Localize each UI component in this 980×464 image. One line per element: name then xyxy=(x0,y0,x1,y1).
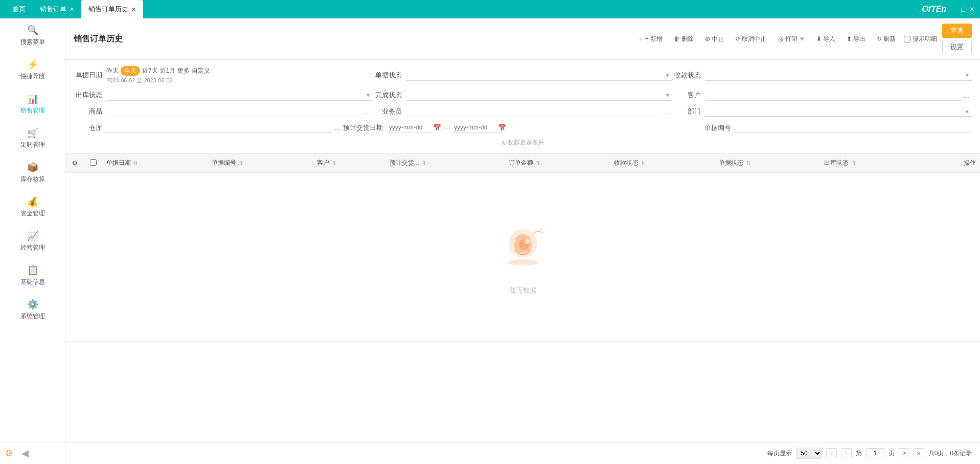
sidebar-label-system: 系统管理 xyxy=(20,312,45,321)
dept-select-wrapper: ▼ xyxy=(705,106,972,117)
purchase-icon: 🛒 xyxy=(27,127,38,139)
sort-amount-icon[interactable]: ⇅ xyxy=(536,160,540,166)
receipt-status-select-wrapper: ▼ xyxy=(705,70,972,81)
toolbar-stop-btn[interactable]: ⊘ 中止 xyxy=(702,33,727,45)
sort-delivery-icon[interactable]: ⇅ xyxy=(422,160,426,166)
date-1month[interactable]: 近1月 xyxy=(160,67,176,75)
print-dropdown-icon[interactable]: ▼ xyxy=(799,35,805,42)
column-settings-icon[interactable]: ⚙ xyxy=(72,160,78,167)
date-7days[interactable]: 近7天 xyxy=(142,67,158,75)
toolbar-cancel-stop-btn[interactable]: ↺ 取消中止 xyxy=(732,33,769,45)
collapse-row[interactable]: ∧ 收起更多条件 xyxy=(74,138,972,147)
toolbar-export-btn[interactable]: ⬆ 导出 xyxy=(844,33,869,45)
sidebar-item-purchase[interactable]: 🛒 采购管理 xyxy=(0,121,65,156)
query-button[interactable]: 查询 xyxy=(942,24,972,38)
set-button[interactable]: 设置 xyxy=(942,40,972,54)
product-input[interactable] xyxy=(106,106,362,117)
sort-customer-icon[interactable]: ⇅ xyxy=(332,160,336,166)
topbar-maximize-icon[interactable]: □ xyxy=(961,6,965,13)
status-select[interactable] xyxy=(406,70,673,80)
next-page-btn[interactable]: > xyxy=(899,448,909,458)
show-detail-checkbox[interactable] xyxy=(904,36,910,42)
close-sales-order-icon[interactable]: ✕ xyxy=(70,6,74,13)
customer-ellipsis-icon[interactable]: … xyxy=(961,92,972,99)
warehouse-input[interactable] xyxy=(106,122,332,133)
date-range-options: 昨天 今天 近7天 近1月 更多 自定义 xyxy=(106,66,210,76)
salesman-ellipsis-icon[interactable]: … xyxy=(662,108,672,116)
sort-outbound-status-icon[interactable]: ⇅ xyxy=(852,160,856,166)
order-no-input[interactable] xyxy=(735,122,972,133)
sort-date-icon[interactable]: ⇅ xyxy=(133,160,138,166)
sidebar-item-base-info[interactable]: 📋 基础信息 xyxy=(0,258,65,293)
complete-select[interactable] xyxy=(406,90,673,100)
topbar-minimize-icon[interactable]: — xyxy=(950,6,957,13)
product-ellipsis-icon[interactable]: … xyxy=(362,108,373,116)
page-word: 第 xyxy=(856,449,862,458)
sidebar-label-inventory: 库存核算 xyxy=(20,175,45,184)
collapse-label: 收起更多条件 xyxy=(508,138,544,147)
topbar-close-icon[interactable]: ✕ xyxy=(969,6,975,13)
sidebar-item-finance[interactable]: 💰 资金管理 xyxy=(0,190,65,224)
toolbar-import-btn[interactable]: ⬇ 导入 xyxy=(813,33,838,45)
import-icon: ⬇ xyxy=(816,35,822,42)
sort-bill-status-icon[interactable]: ⇅ xyxy=(746,160,750,166)
tab-sales-order[interactable]: 销售订单 ✕ xyxy=(33,0,81,18)
salesman-input[interactable] xyxy=(406,106,662,117)
close-history-icon[interactable]: ✕ xyxy=(131,6,136,13)
customer-input[interactable] xyxy=(705,90,961,101)
prev-page-btn[interactable]: < xyxy=(841,448,852,458)
toolbar-delete-btn[interactable]: 🗑 删除 xyxy=(671,33,697,45)
date-more[interactable]: 更多 xyxy=(177,67,190,75)
last-page-btn[interactable]: » xyxy=(914,448,924,458)
footer-collapse-icon[interactable]: ◀ xyxy=(21,448,29,459)
complete-select-wrapper: ▼ xyxy=(406,90,673,101)
delivery-date-label: 预计交货日期 xyxy=(343,123,387,132)
toolbar-print-btn[interactable]: 🖨 打印 ▼ xyxy=(774,33,808,45)
customer-label: 客户 xyxy=(672,91,705,100)
date-label: 单据日期 xyxy=(74,71,106,80)
svg-point-0 xyxy=(508,259,538,266)
dept-select[interactable] xyxy=(705,106,972,117)
date-today[interactable]: 今天 xyxy=(121,66,140,76)
svg-point-6 xyxy=(530,237,536,244)
sidebar-item-quick-nav[interactable]: ⚡ 快捷导航 xyxy=(0,53,65,87)
svg-point-5 xyxy=(510,237,516,244)
date-custom[interactable]: 自定义 xyxy=(192,67,210,75)
sort-order-no-icon[interactable]: ⇅ xyxy=(239,160,243,166)
delivery-date-end-input[interactable] xyxy=(452,122,498,133)
tab-home[interactable]: 首页 xyxy=(5,0,33,18)
table-area: ⚙ 单据日期 ⇅ 单据编号 ⇅ xyxy=(65,153,980,442)
toolbar-refresh-btn[interactable]: ↻ 刷新 xyxy=(874,33,899,45)
sidebar-label-search-menu: 搜索菜单 xyxy=(20,38,45,47)
new-icon: ＋ xyxy=(637,35,644,43)
sidebar-item-inventory[interactable]: 📦 库存核算 xyxy=(0,156,65,190)
sidebar-item-system[interactable]: ⚙️ 系统管理 xyxy=(0,293,65,327)
sidebar-item-search-menu[interactable]: 🔍 搜索菜单 xyxy=(0,18,65,53)
sidebar-item-sales[interactable]: 📊 销售管理 xyxy=(0,87,65,121)
finance-icon: 💰 xyxy=(27,196,38,207)
filter-row-3: 商品 … 业务员 … 部门 ▼ xyxy=(74,106,972,117)
calendar-start-icon[interactable]: 📅 xyxy=(433,124,441,131)
filter-row-4: 仓库 … 预计交货日期 📅 — 📅 单据编号 xyxy=(74,122,972,133)
first-page-btn[interactable]: « xyxy=(826,448,837,458)
sort-receipt-status-icon[interactable]: ⇅ xyxy=(641,160,645,166)
table-body: 暂无数据 xyxy=(65,173,980,342)
footer-settings-icon[interactable]: ⚙ xyxy=(5,448,13,459)
page-input[interactable] xyxy=(866,448,884,458)
tab-sales-order-history[interactable]: 销售订单历史 ✕ xyxy=(81,0,143,18)
show-detail-checkbox-wrapper[interactable]: 显示明细 xyxy=(904,35,937,43)
delivery-date-start-input[interactable] xyxy=(387,122,433,133)
receipt-status-select[interactable] xyxy=(705,70,972,80)
warehouse-ellipsis-icon[interactable]: … xyxy=(332,124,343,131)
filter-product-item: 商品 … xyxy=(74,106,373,117)
date-yesterday[interactable]: 昨天 xyxy=(106,67,119,75)
delete-icon: 🗑 xyxy=(674,35,680,42)
sidebar-item-operations[interactable]: 📈 经营管理 xyxy=(0,224,65,258)
select-all-checkbox[interactable] xyxy=(90,159,97,166)
outbound-select[interactable] xyxy=(106,90,373,100)
page-size-select[interactable]: 50 10 20 100 xyxy=(796,448,822,459)
svg-point-4 xyxy=(525,239,530,244)
sidebar-label-quick-nav: 快捷导航 xyxy=(20,72,45,81)
calendar-end-icon[interactable]: 📅 xyxy=(498,124,506,131)
toolbar-new-btn[interactable]: ＋ + 新增 xyxy=(634,33,666,45)
